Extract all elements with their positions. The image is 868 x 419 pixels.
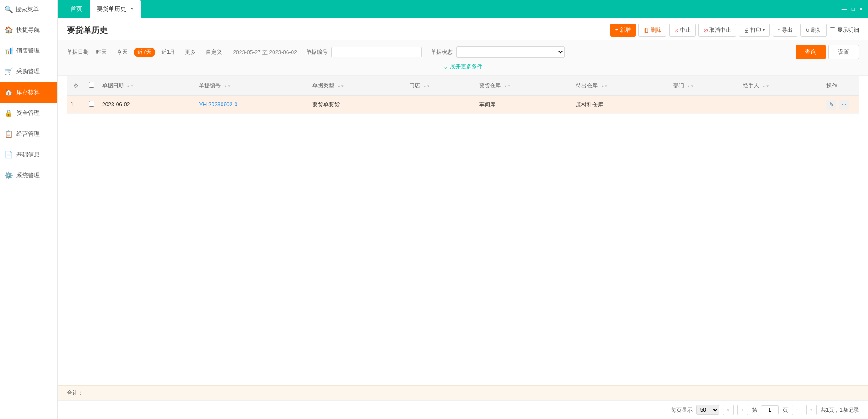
- col-doc-type: 单据类型 ▲▼: [309, 76, 406, 96]
- close-window-icon[interactable]: ×: [859, 6, 863, 12]
- page-content: 要货单历史 + 新增 🗑 删除 ⊘ 中止 ⊘ 取消中止 🖨: [58, 18, 868, 419]
- filter-date-item: 单据日期 昨天 今天 近7天 近1月 更多 自定义 2023-05-27 至 2…: [67, 48, 297, 57]
- shortcut-yesterday[interactable]: 昨天: [92, 48, 110, 57]
- shortcut-today[interactable]: 今天: [113, 48, 131, 57]
- page-size-select[interactable]: 50 10 20 100: [696, 405, 719, 415]
- sort-icon[interactable]: ▲▼: [601, 84, 608, 88]
- sort-icon[interactable]: ▲▼: [127, 84, 134, 88]
- row-more-icon[interactable]: ⋯: [839, 100, 849, 110]
- sort-icon[interactable]: ▲▼: [337, 84, 344, 88]
- table-area: ⚙ 单据日期 ▲▼ 单据编号 ▲▼: [58, 76, 868, 385]
- col-pending-warehouse: 待出仓库 ▲▼: [572, 76, 669, 96]
- shortcut-1month[interactable]: 近1月: [158, 48, 179, 57]
- inventory-icon: 🏠: [5, 88, 13, 96]
- cell-doc-type: 要货单要货: [309, 96, 406, 114]
- sidebar-item-basic[interactable]: 📄 基础信息: [0, 144, 57, 165]
- cancel-stop-icon: ⊘: [703, 27, 708, 33]
- add-button[interactable]: + 新增: [610, 24, 636, 37]
- row-action-icons: ✎ ⋯: [826, 100, 855, 110]
- tab-requisition-history[interactable]: 要货单历史 ×: [90, 0, 141, 18]
- refresh-button[interactable]: ↻ 刷新: [800, 24, 827, 37]
- filter-docno-item: 单据编号: [306, 47, 422, 57]
- sort-icon[interactable]: ▲▼: [762, 84, 769, 88]
- cart-icon: 🛒: [5, 67, 13, 76]
- doc-icon: 📄: [5, 151, 13, 159]
- sort-icon[interactable]: ▲▼: [423, 84, 430, 88]
- table-settings-button[interactable]: ⚙: [71, 80, 81, 91]
- chart-icon: 📊: [5, 47, 13, 55]
- page-title: 要货单历史: [67, 25, 108, 36]
- sidebar-item-label: 快捷导航: [16, 26, 40, 34]
- cell-actions: ✎ ⋯: [823, 96, 859, 114]
- cell-store: [406, 96, 476, 114]
- cancel-stop-button[interactable]: ⊘ 取消中止: [698, 24, 736, 37]
- gear-icon: ⚙️: [5, 171, 13, 180]
- sidebar-item-finance[interactable]: 🔒 资金管理: [0, 103, 57, 124]
- cell-checkbox: [85, 96, 99, 114]
- maximize-icon[interactable]: □: [852, 6, 855, 12]
- show-detail-checkbox-label[interactable]: 显示明细: [830, 26, 859, 34]
- tab-home[interactable]: 首页: [63, 0, 90, 18]
- sidebar-item-purchase[interactable]: 🛒 采购管理: [0, 61, 57, 82]
- doc-no-link[interactable]: YH-20230602-0: [199, 101, 237, 108]
- shortcut-custom[interactable]: 自定义: [202, 48, 226, 57]
- cell-row-num: 1: [67, 96, 85, 114]
- sidebar-search[interactable]: 🔍 搜索菜单: [0, 0, 57, 19]
- sort-icon[interactable]: ▲▼: [224, 84, 231, 88]
- col-settings: ⚙: [67, 76, 85, 96]
- filter-row-1: 单据日期 昨天 今天 近7天 近1月 更多 自定义 2023-05-27 至 2…: [67, 45, 859, 59]
- sidebar-item-system[interactable]: ⚙️ 系统管理: [0, 165, 57, 186]
- expand-more-button[interactable]: ⌄ 展开更多条件: [67, 63, 859, 71]
- status-filter-label: 单据状态: [431, 48, 453, 56]
- main-area: 首页 要货单历史 × — □ × 要货单历史 + 新增 🗑 删除: [58, 0, 868, 419]
- stop-button[interactable]: ⊘ 中止: [669, 24, 696, 37]
- lock-icon: 🔒: [5, 109, 13, 117]
- shortcut-more[interactable]: 更多: [181, 48, 199, 57]
- col-department: 部门 ▲▼: [670, 76, 740, 96]
- page-label-post: 页: [783, 406, 788, 414]
- last-page-button[interactable]: »: [806, 405, 817, 415]
- query-button[interactable]: 查询: [796, 45, 826, 59]
- minimize-icon[interactable]: —: [842, 6, 847, 12]
- export-icon: ↑: [778, 27, 780, 33]
- sidebar: 🔍 搜索菜单 🏠 快捷导航 📊 销售管理 🛒 采购管理 🏠 库存核算 🔒 资金管…: [0, 0, 58, 419]
- page-number-input[interactable]: [761, 405, 779, 414]
- search-icon: 🔍: [5, 5, 13, 14]
- row-edit-icon[interactable]: ✎: [826, 100, 836, 110]
- sidebar-item-quick-nav[interactable]: 🏠 快捷导航: [0, 19, 57, 40]
- sort-icon[interactable]: ▲▼: [687, 84, 694, 88]
- select-all-checkbox[interactable]: [89, 82, 94, 88]
- row-checkbox[interactable]: [89, 101, 94, 107]
- sidebar-item-sales[interactable]: 📊 销售管理: [0, 40, 57, 61]
- export-button[interactable]: ↑ 导出: [773, 24, 797, 37]
- sort-icon[interactable]: ▲▼: [504, 84, 511, 88]
- delete-button[interactable]: 🗑 删除: [638, 24, 666, 37]
- settings-button[interactable]: 设置: [828, 45, 859, 59]
- col-checkbox: [85, 76, 99, 96]
- col-store: 门店 ▲▼: [406, 76, 476, 96]
- shortcut-7days[interactable]: 近7天: [134, 48, 155, 57]
- stop-icon: ⊘: [674, 27, 679, 33]
- col-handler: 经手人 ▲▼: [739, 76, 823, 96]
- summary-label: 合计：: [67, 390, 83, 396]
- docno-filter-label: 单据编号: [306, 48, 328, 56]
- docno-filter-input[interactable]: [331, 47, 422, 57]
- prev-page-button[interactable]: ‹: [737, 405, 748, 415]
- date-filter-label: 单据日期: [67, 48, 89, 56]
- col-doc-date: 单据日期 ▲▼: [99, 76, 195, 96]
- status-filter-select[interactable]: [456, 46, 565, 58]
- cell-doc-date: 2023-06-02: [99, 96, 195, 114]
- sidebar-item-operation[interactable]: 📋 经营管理: [0, 124, 57, 144]
- sidebar-item-inventory[interactable]: 🏠 库存核算: [0, 82, 57, 103]
- tab-close-icon[interactable]: ×: [131, 6, 133, 12]
- print-button[interactable]: 🖨 打印 ▾: [739, 24, 770, 37]
- tab-requisition-label: 要货单历史: [97, 5, 126, 13]
- topbar-right-actions: — □ ×: [842, 6, 863, 12]
- refresh-icon: ↻: [805, 27, 810, 33]
- toolbar: + 新增 🗑 删除 ⊘ 中止 ⊘ 取消中止 🖨 打印 ▾: [610, 24, 859, 37]
- next-page-button[interactable]: ›: [792, 405, 802, 415]
- first-page-button[interactable]: «: [723, 405, 734, 415]
- sidebar-search-label: 搜索菜单: [15, 5, 39, 14]
- delete-icon: 🗑: [643, 27, 649, 33]
- show-detail-checkbox[interactable]: [830, 27, 835, 33]
